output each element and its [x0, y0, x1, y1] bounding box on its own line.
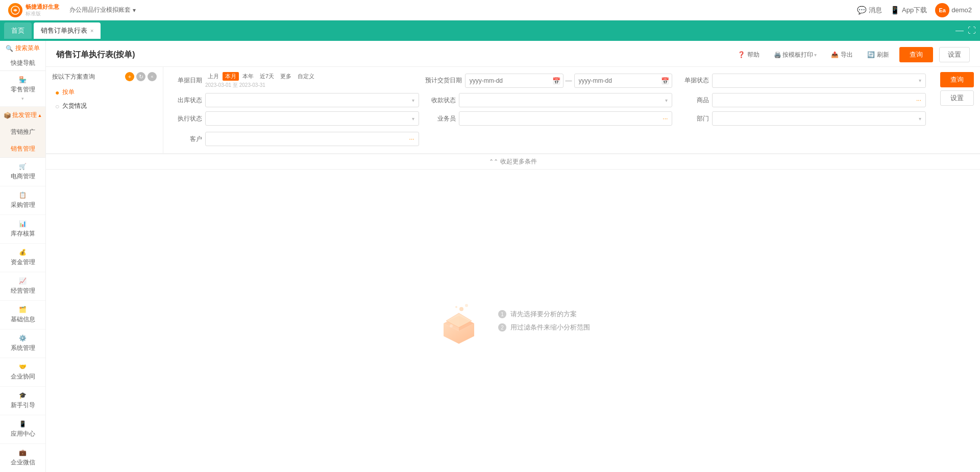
sidebar-item-enterprise[interactable]: 🤝 企业协同: [0, 358, 45, 387]
date-year-btn[interactable]: 本年: [240, 72, 256, 81]
tab-close-icon[interactable]: ×: [90, 28, 93, 34]
dept-select[interactable]: ▾: [712, 111, 926, 126]
logo-area: 畅捷通好生意 标准版: [8, 3, 59, 17]
svg-point-7: [455, 306, 457, 308]
date-7days-btn[interactable]: 近7天: [257, 72, 277, 81]
app-download-label: App下载: [902, 6, 927, 15]
export-btn[interactable]: 📤 导出: [827, 49, 857, 61]
ship-status-ctrl: ▾: [205, 93, 419, 107]
scheme-side-btns: + ↻ «: [125, 72, 157, 81]
sidebar-item-basic[interactable]: 🗂️ 基础信息: [0, 301, 45, 329]
scheme-add-btn[interactable]: +: [125, 72, 134, 81]
wechat-icon: 💼: [19, 449, 27, 456]
system-icon: ⚙️: [19, 335, 27, 342]
expected-date-row: 📅 — 📅: [465, 74, 673, 88]
logo-icon: [8, 3, 22, 17]
app-logo-text: 畅捷通好生意: [26, 3, 59, 10]
sidebar-quicknav[interactable]: 快捷导航: [0, 56, 45, 71]
tab-home[interactable]: 首页: [4, 22, 32, 39]
app-logo-sub: 标准版: [26, 10, 59, 17]
app-download-btn[interactable]: 📱 App下载: [890, 6, 927, 15]
scheme-item-1[interactable]: ○ 欠货情况: [52, 99, 157, 113]
salesman-select[interactable]: ···: [459, 111, 673, 126]
pay-status-select[interactable]: ▾: [459, 93, 673, 107]
query-btn[interactable]: 查询: [899, 47, 933, 62]
sidebar-item-wechat[interactable]: 💼 企业微信: [0, 444, 45, 472]
scheme-item-1-icon: ○: [55, 102, 59, 110]
sidebar-item-purchase[interactable]: 📋 采购管理: [0, 186, 45, 215]
message-btn[interactable]: 💬 消息: [857, 6, 882, 15]
date-more-btn[interactable]: 更多: [278, 72, 294, 81]
exec-status-arrow: ▾: [412, 116, 414, 122]
expected-date-from-input[interactable]: [465, 74, 564, 88]
sidebar-item-finance[interactable]: 💰 资金管理: [0, 244, 45, 272]
date-tag-row: 上月 本月 本年 近7天 更多 自定义: [205, 72, 419, 81]
action-set-btn[interactable]: 设置: [940, 90, 974, 106]
scheme-item-0-label: 按单: [62, 88, 75, 97]
bill-status-select[interactable]: ▾: [712, 74, 926, 88]
filter-section: 按以下方案查询 + ↻ « ● 按单 ○: [46, 67, 980, 170]
date-field: 单据日期 上月 本月 本年 近7天 更多 自定义 20: [172, 72, 419, 89]
enterprise-icon: 🤝: [19, 363, 27, 370]
user-area[interactable]: Ea demo2: [935, 3, 972, 17]
dept-field: 部门 ▾: [678, 111, 926, 126]
tip-1-num: 1: [498, 310, 506, 318]
date-prev-btn[interactable]: 上月: [205, 72, 222, 81]
exec-status-select[interactable]: ▾: [205, 111, 419, 126]
action-query-btn[interactable]: 查询: [940, 72, 974, 87]
customer-select[interactable]: ···: [205, 132, 419, 146]
breadcrumb-text: 办公用品行业模拟账套: [69, 6, 131, 14]
breadcrumb-arrow: ▾: [133, 7, 136, 14]
collapse-row[interactable]: ⌃⌃ 收起更多条件: [46, 154, 980, 169]
salesman-ctrl: ···: [459, 111, 673, 126]
sidebar-item-sales[interactable]: 销售管理: [0, 140, 45, 157]
nav-tabs: 首页 销售订单执行表 × — ⛶: [0, 20, 980, 41]
salesman-label: 业务员: [425, 114, 456, 123]
print-btn[interactable]: 🖨️ 按模板打印 ▾: [770, 49, 821, 61]
exec-status-label: 执行状态: [172, 114, 202, 123]
ship-status-arrow: ▾: [412, 98, 414, 103]
breadcrumb[interactable]: 办公用品行业模拟账套 ▾: [69, 6, 136, 14]
retail-icon: 🏪: [19, 76, 27, 83]
sidebar-item-wholesale[interactable]: 📦 批发管理 ▲: [0, 107, 45, 124]
filter-row-3: 执行状态 ▾ 业务员: [172, 111, 926, 126]
dept-label: 部门: [678, 114, 709, 123]
sidebar-search-btn[interactable]: 🔍 帮助 搜索菜单: [0, 41, 45, 56]
sidebar-item-operations[interactable]: 📈 经营管理: [0, 272, 45, 301]
wholesale-icon: 📦: [4, 112, 11, 119]
action-col: 查询 设置: [934, 67, 980, 153]
scheme-item-0[interactable]: ● 按单: [52, 85, 157, 99]
sidebar-item-retail[interactable]: 🏪 零售管理 ▾: [0, 71, 45, 107]
refresh-label: 刷新: [877, 51, 889, 59]
help-btn[interactable]: ❓ 帮助: [733, 49, 764, 61]
user-name: demo2: [951, 6, 972, 14]
refresh-btn[interactable]: 🔄 刷新: [863, 49, 893, 61]
set-btn[interactable]: 设置: [939, 47, 970, 62]
tab-sales-order[interactable]: 销售订单执行表 ×: [34, 22, 101, 39]
date-custom-btn[interactable]: 自定义: [295, 72, 317, 81]
sidebar-item-ecommerce[interactable]: 🛒 电商管理: [0, 158, 45, 186]
tip-2-num: 2: [498, 323, 506, 332]
tab-actions: — ⛶: [955, 26, 976, 35]
tab-maximize-btn[interactable]: ⛶: [968, 26, 976, 35]
goods-field: 商品 ···: [678, 93, 926, 107]
goods-select[interactable]: ···: [712, 93, 926, 107]
date-cur-btn[interactable]: 本月: [223, 72, 239, 81]
goods-ctrl: ···: [712, 93, 926, 107]
tip-2-text: 用过滤条件来缩小分析范围: [510, 323, 590, 332]
export-icon: 📤: [831, 51, 839, 58]
sidebar-item-system[interactable]: ⚙️ 系统管理: [0, 329, 45, 358]
sidebar-item-inventory[interactable]: 📊 库存核算: [0, 215, 45, 244]
ship-status-select[interactable]: ▾: [205, 93, 419, 107]
scheme-collapse-btn[interactable]: «: [148, 72, 157, 81]
top-bar-right: 💬 消息 📱 App下载 Ea demo2: [857, 3, 972, 17]
sidebar-quicknav-label: 快捷导航: [11, 59, 35, 66]
expected-date-to-input[interactable]: [574, 74, 673, 88]
scheme-refresh-btn[interactable]: ↻: [136, 72, 145, 81]
sidebar-item-marketing[interactable]: 营销推广: [0, 124, 45, 140]
sidebar-item-newbie[interactable]: 🎓 新手引导: [0, 387, 45, 415]
goods-ellipsis: ···: [916, 97, 921, 104]
date-label: 单据日期: [172, 76, 202, 85]
tab-minimize-btn[interactable]: —: [955, 26, 964, 35]
sidebar-item-apps[interactable]: 📱 应用中心: [0, 415, 45, 444]
